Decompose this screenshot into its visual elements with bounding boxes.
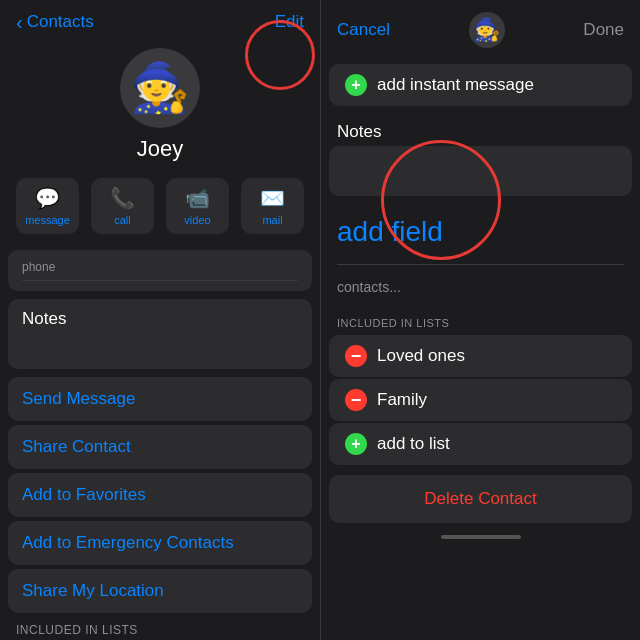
message-label: message: [25, 214, 70, 226]
message-button[interactable]: 💬 message: [16, 178, 79, 234]
notes-section: Notes: [8, 299, 312, 369]
right-header: Cancel 🧙 Done: [321, 0, 640, 56]
right-avatar-emoji: 🧙: [473, 17, 500, 43]
phone-underline: [22, 280, 298, 281]
contact-avatar-section: 🧙 Joey: [0, 40, 320, 178]
add-to-list-plus-icon: +: [345, 433, 367, 455]
included-in-lists-label: INCLUDED IN LISTS: [16, 623, 304, 637]
family-minus-icon: −: [345, 389, 367, 411]
mail-icon: ✉️: [260, 186, 285, 210]
add-field-button[interactable]: add field: [321, 204, 640, 260]
home-indicator: [321, 527, 640, 547]
left-panel: ‹ Contacts Edit 🧙 Joey 💬 message 📞 call …: [0, 0, 320, 640]
share-contact-item[interactable]: Share Contact: [8, 425, 312, 469]
back-chevron-icon: ‹: [16, 12, 23, 32]
message-icon: 💬: [35, 186, 60, 210]
loved-ones-minus-icon: −: [345, 345, 367, 367]
avatar-emoji: 🧙: [130, 64, 190, 112]
notes-empty-area[interactable]: [329, 146, 632, 196]
video-icon: 📹: [185, 186, 210, 210]
divider-1: [337, 264, 624, 265]
right-panel: Cancel 🧙 Done + add instant message Note…: [320, 0, 640, 640]
send-message-item[interactable]: Send Message: [8, 377, 312, 421]
family-row[interactable]: − Family: [329, 379, 632, 421]
loved-ones-label: Loved ones: [377, 346, 465, 366]
video-button[interactable]: 📹 video: [166, 178, 229, 234]
add-emergency-contacts-item[interactable]: Add to Emergency Contacts: [8, 521, 312, 565]
mail-button[interactable]: ✉️ mail: [241, 178, 304, 234]
back-button[interactable]: ‹ Contacts: [16, 12, 94, 32]
action-list: Send Message Share Contact Add to Favori…: [8, 377, 312, 613]
delete-contact-button[interactable]: Delete Contact: [329, 475, 632, 523]
cancel-button[interactable]: Cancel: [337, 20, 390, 40]
call-label: call: [114, 214, 131, 226]
notes-label: Notes: [22, 309, 298, 329]
add-to-list-row[interactable]: + add to list: [329, 423, 632, 465]
done-button[interactable]: Done: [583, 20, 624, 40]
add-to-contacts-item[interactable]: contacts...: [321, 269, 640, 305]
phone-label: phone: [22, 260, 298, 274]
right-avatar: 🧙: [469, 12, 505, 48]
edit-button[interactable]: Edit: [275, 12, 304, 32]
home-bar: [441, 535, 521, 539]
call-button[interactable]: 📞 call: [91, 178, 154, 234]
add-instant-label: add instant message: [377, 75, 534, 95]
add-instant-message-row[interactable]: + add instant message: [329, 64, 632, 106]
included-in-lists-right-label: INCLUDED IN LISTS: [321, 305, 640, 335]
notes-section-label: Notes: [321, 114, 640, 146]
add-to-favorites-item[interactable]: Add to Favorites: [8, 473, 312, 517]
video-label: video: [184, 214, 210, 226]
add-instant-plus-icon: +: [345, 74, 367, 96]
add-to-list-label: add to list: [377, 434, 450, 454]
right-content: + add instant message Notes add field co…: [321, 56, 640, 640]
back-label: Contacts: [27, 12, 94, 32]
loved-ones-row[interactable]: − Loved ones: [329, 335, 632, 377]
avatar: 🧙: [120, 48, 200, 128]
family-label: Family: [377, 390, 427, 410]
phone-section: phone: [8, 250, 312, 291]
call-icon: 📞: [110, 186, 135, 210]
contact-name: Joey: [137, 136, 183, 162]
share-my-location-item[interactable]: Share My Location: [8, 569, 312, 613]
action-buttons-row: 💬 message 📞 call 📹 video ✉️ mail: [0, 178, 320, 250]
mail-label: mail: [262, 214, 282, 226]
left-header: ‹ Contacts Edit: [0, 0, 320, 40]
